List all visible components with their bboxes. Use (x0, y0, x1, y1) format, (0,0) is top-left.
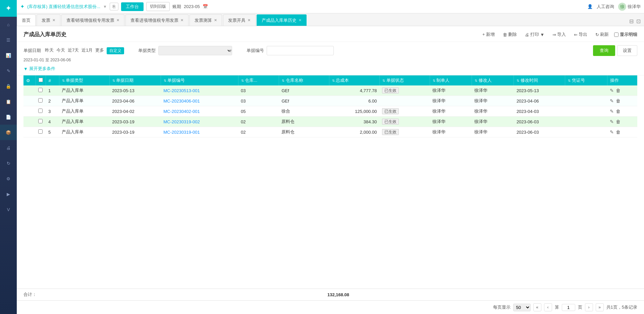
table-settings-col[interactable]: ⚙ (23, 75, 36, 85)
import-button[interactable]: ⇒ 导入 (550, 30, 569, 39)
sidebar-item-print[interactable]: 🖨 (0, 140, 17, 155)
copy-button[interactable]: ⎘ (110, 3, 118, 10)
sidebar-item-chart[interactable]: 📊 (0, 48, 17, 63)
tab-purchase-vat[interactable]: 查看进项增值税专用发票 ✕ (125, 14, 189, 26)
col-warehouse-code[interactable]: ⇅ 仓库... (238, 75, 279, 85)
new-button[interactable]: + 新增 (480, 30, 497, 39)
expand-more-btn[interactable]: ▼ 展开更多条件 (23, 66, 637, 72)
doc-no-link[interactable]: MC-20230513-001 (163, 88, 200, 93)
refresh-button[interactable]: ↻ 刷新 (593, 30, 611, 39)
doc-no-link[interactable]: MC-20230319-001 (163, 130, 200, 135)
filter-doc-no-input[interactable] (267, 46, 334, 55)
tab-invoice-close[interactable]: ✕ (52, 18, 55, 22)
prev-page-button[interactable]: ‹ (544, 303, 552, 311)
chevron-down-icon[interactable]: ▼ (103, 4, 107, 9)
delete-button[interactable]: 🗑 删除 (500, 30, 520, 39)
row-doc-no[interactable]: MC-20230319-002 (161, 117, 238, 127)
col-doc-status[interactable]: ⇅ 单据状态 (379, 75, 430, 85)
filter-link-1month[interactable]: 近1月 (82, 47, 93, 54)
filter-link-today[interactable]: 今天 (56, 47, 65, 54)
row-checkbox[interactable] (38, 109, 43, 113)
export-button[interactable]: ⇐ 导出 (571, 30, 590, 39)
row-edit-icon[interactable]: ✎ (610, 98, 614, 104)
print-button[interactable]: 🖨 打印 ▼ (522, 30, 547, 39)
calendar-icon[interactable]: 📅 (203, 4, 208, 9)
tab-invoice-open-close[interactable]: ✕ (248, 18, 251, 22)
tab-minimize-icon[interactable]: ⊟ (629, 18, 634, 24)
row-delete-icon[interactable]: 🗑 (616, 109, 621, 114)
query-button[interactable]: 查询 (593, 45, 615, 56)
row-delete-icon[interactable]: 🗑 (616, 129, 621, 135)
tab-invoice-open[interactable]: 发票开具 ✕ (223, 14, 256, 26)
sidebar-item-v[interactable]: V (0, 202, 17, 217)
row-edit-icon[interactable]: ✎ (610, 129, 614, 135)
sidebar-item-refresh[interactable]: ↻ (0, 155, 17, 171)
display-detail-checkbox-label[interactable]: 显示明细 (614, 32, 637, 38)
table-checkbox-col[interactable] (36, 75, 46, 85)
sidebar-item-box[interactable]: 📦 (0, 125, 17, 140)
row-checkbox-cell[interactable] (36, 127, 46, 137)
row-checkbox-cell[interactable] (36, 96, 46, 106)
sidebar-item-home[interactable]: ⌂ (0, 17, 17, 32)
row-delete-icon[interactable]: 🗑 (616, 119, 621, 124)
row-edit-icon[interactable]: ✎ (610, 109, 614, 114)
tab-home[interactable]: 首页 (17, 14, 36, 26)
row-doc-no[interactable]: MC-20230406-001 (161, 96, 238, 106)
sidebar-item-doc[interactable]: 📄 (0, 109, 17, 125)
col-doc-type[interactable]: ⇅ 单据类型 (59, 75, 109, 85)
col-total-cost[interactable]: ⇅ 总成本 (329, 75, 379, 85)
doc-no-link[interactable]: MC-20230406-001 (163, 99, 200, 104)
tab-maximize-icon[interactable]: ⊡ (636, 18, 641, 24)
row-checkbox-cell[interactable] (36, 106, 46, 117)
filter-custom-button[interactable]: 自定义 (107, 47, 124, 54)
tab-product-history[interactable]: 产成品入库单历史 ✕ (257, 14, 307, 26)
row-checkbox-cell[interactable] (36, 117, 46, 127)
doc-no-link[interactable]: MC-20230319-002 (163, 119, 200, 124)
col-warehouse-name[interactable]: ⇅ 仓库名称 (279, 75, 329, 85)
tab-sales-vat-close[interactable]: ✕ (116, 18, 119, 22)
col-voucher-no[interactable]: ⇅ 凭证号 (565, 75, 607, 85)
sidebar-item-lock[interactable]: 🔒 (0, 78, 17, 94)
row-doc-no[interactable]: MC-20230319-001 (161, 127, 238, 137)
tab-invoice[interactable]: 发票 ✕ (37, 14, 60, 26)
filter-link-yesterday[interactable]: 昨天 (45, 47, 54, 54)
row-checkbox-cell[interactable] (36, 85, 46, 96)
col-modifier[interactable]: ⇅ 修改人 (472, 75, 514, 85)
row-doc-no[interactable]: MC-20230402-001 (161, 106, 238, 117)
row-edit-icon[interactable]: ✎ (610, 119, 614, 124)
row-doc-no[interactable]: MC-20230513-001 (161, 85, 238, 96)
old-version-button[interactable]: 切到旧版 (146, 2, 170, 11)
page-number-input[interactable] (562, 304, 575, 311)
last-page-button[interactable]: » (596, 303, 604, 311)
sidebar-item-menu[interactable]: ☰ (0, 32, 17, 48)
tab-sales-vat[interactable]: 查看销项增值税专用发票 ✕ (61, 14, 124, 26)
help-label[interactable]: 人工咨询 (597, 4, 614, 10)
filter-link-more[interactable]: 更多 (95, 47, 104, 54)
row-checkbox[interactable] (38, 88, 43, 92)
tab-invoice-calc[interactable]: 发票测算 ✕ (190, 14, 222, 26)
sidebar-item-edit[interactable]: ✎ (0, 63, 17, 78)
row-edit-icon[interactable]: ✎ (610, 88, 614, 93)
col-doc-date[interactable]: ⇅ 单据日期 (109, 75, 161, 85)
tab-invoice-calc-close[interactable]: ✕ (214, 18, 217, 22)
row-checkbox[interactable] (38, 129, 43, 134)
tab-purchase-vat-close[interactable]: ✕ (180, 18, 183, 22)
row-checkbox[interactable] (38, 119, 43, 123)
col-modify-time[interactable]: ⇅ 修改时间 (514, 75, 565, 85)
filter-link-7days[interactable]: 近7天 (68, 47, 79, 54)
row-delete-icon[interactable]: 🗑 (616, 98, 621, 104)
sidebar-item-play[interactable]: ▶ (0, 186, 17, 202)
sidebar-item-settings[interactable]: ⚙ (0, 171, 17, 186)
workbench-button[interactable]: 工作台 (121, 2, 144, 11)
tab-product-history-close[interactable]: ✕ (299, 18, 302, 22)
table-settings-icon[interactable]: ⚙ (26, 78, 30, 83)
row-delete-icon[interactable]: 🗑 (616, 88, 621, 93)
sidebar-item-list[interactable]: 📋 (0, 94, 17, 109)
filter-doc-type-select[interactable] (158, 46, 232, 55)
display-detail-checkbox[interactable] (614, 33, 619, 37)
col-creator[interactable]: ⇅ 制单人 (430, 75, 472, 85)
col-doc-no[interactable]: ⇅ 单据编号 (161, 75, 238, 85)
per-page-select[interactable]: 50 100 200 (513, 304, 531, 311)
first-page-button[interactable]: « (533, 303, 541, 311)
select-all-checkbox[interactable] (39, 78, 43, 82)
